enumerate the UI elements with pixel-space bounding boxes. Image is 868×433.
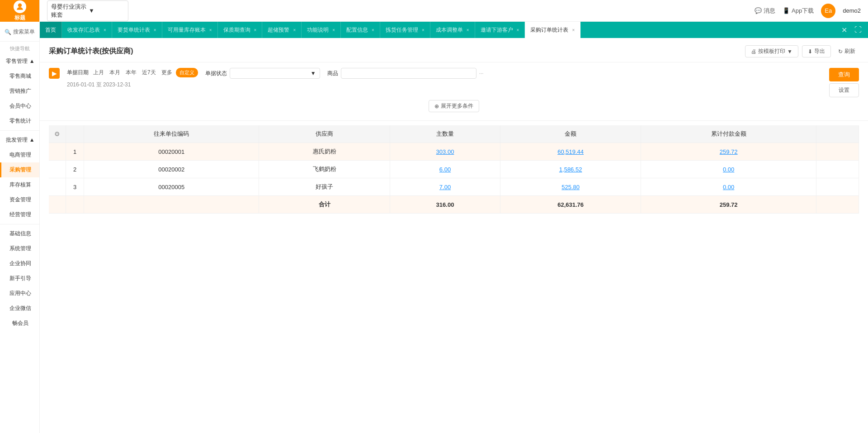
tab-cost-adjust-close[interactable]: × — [467, 28, 469, 33]
sidebar-item-batch[interactable]: 批发管理 ▲ — [0, 133, 39, 148]
date-btn-last-month[interactable]: 上月 — [91, 68, 106, 77]
tab-pick-task-label: 拣货任务管理 — [386, 26, 418, 34]
username-label[interactable]: demo2 — [843, 7, 861, 14]
date-btn-this-month[interactable]: 本月 — [108, 68, 122, 77]
filter-actions: 查询 设置 — [829, 68, 859, 97]
tab-config-info[interactable]: 配置信息 × — [341, 22, 380, 38]
tfoot-empty-2 — [66, 196, 84, 214]
refresh-button[interactable]: ↻ 刷新 — [835, 46, 859, 57]
tabs-close-all-button[interactable]: ✕ — [839, 25, 850, 35]
message-icon: 💬 — [755, 7, 762, 14]
filter-toggle-button[interactable]: ▶ — [49, 68, 60, 79]
table-row[interactable]: 3 00020005 好孩子 7.00 525.80 0.00 — [49, 178, 859, 196]
search-section: 🔍 搜索菜单 — [0, 22, 39, 42]
cell-code: 00020001 — [84, 143, 259, 161]
cell-paid[interactable]: 259.72 — [641, 143, 816, 161]
tab-invite-downstream-close[interactable]: × — [517, 28, 519, 33]
app-download-button[interactable]: 📱 App下载 — [783, 7, 814, 15]
cell-quantity[interactable]: 6.00 — [390, 161, 500, 178]
tab-home[interactable]: 首页 — [40, 22, 62, 38]
tab-function-desc[interactable]: 功能说明 × — [302, 22, 341, 38]
date-btn-7days[interactable]: 近7天 — [140, 68, 158, 77]
workspace-selector[interactable]: 母婴行业演示账套 ▼ — [47, 0, 128, 21]
cell-quantity[interactable]: 303.00 — [390, 143, 500, 161]
sidebar-item-enterprise-wechat[interactable]: 企业微信 — [0, 301, 39, 316]
tab-shelf-life[interactable]: 保质期查询 × — [218, 22, 263, 38]
tab-purchase-summary[interactable]: 采购订单统计表 × — [525, 22, 580, 38]
tab-available-stock-label: 可用量库存账本 — [168, 26, 206, 34]
search-menu-button[interactable]: 🔍 搜索菜单 — [4, 26, 36, 38]
sidebar-item-member-card-label: 畅会员 — [12, 320, 28, 326]
tab-pick-task[interactable]: 拣货任务管理 × — [380, 22, 430, 38]
tab-overstock-close[interactable]: × — [293, 28, 296, 33]
cell-paid[interactable]: 0.00 — [641, 161, 816, 178]
cell-quantity[interactable]: 7.00 — [390, 178, 500, 196]
tab-invite-downstream[interactable]: 邀请下游客户 × — [475, 22, 525, 38]
cell-amount[interactable]: 60,519.44 — [500, 143, 641, 161]
sidebar-item-retail-mall[interactable]: 零售商城 — [0, 69, 39, 84]
tab-cost-adjust[interactable]: 成本调整单 × — [430, 22, 475, 38]
tab-available-stock-close[interactable]: × — [209, 28, 212, 33]
cell-amount[interactable]: 525.80 — [500, 178, 641, 196]
app-logo[interactable]: 标题 — [0, 0, 39, 22]
tabs-maximize-button[interactable]: ⛶ — [852, 25, 864, 35]
sidebar-item-operation[interactable]: 经营管理 — [0, 207, 39, 222]
column-settings-button[interactable]: ⚙ — [54, 130, 60, 138]
cell-amount[interactable]: 1,586.52 — [500, 161, 641, 178]
tab-purchase-summary-close[interactable]: × — [572, 28, 575, 33]
date-custom-button[interactable]: 自定义 — [176, 68, 198, 77]
message-button[interactable]: 💬 消息 — [755, 7, 775, 15]
sidebar-item-enterprise[interactable]: 企业协同 — [0, 256, 39, 271]
tab-receive-summary-close[interactable]: × — [104, 28, 106, 33]
sidebar-item-ecommerce[interactable]: 电商管理 — [0, 148, 39, 162]
sidebar-item-member-card[interactable]: 畅会员 — [0, 316, 39, 331]
sidebar-item-basic[interactable]: 基础信息 — [0, 226, 39, 241]
table-row[interactable]: 1 00020001 惠氏奶粉 303.00 60,519.44 259.72 — [49, 143, 859, 161]
sidebar-item-member[interactable]: 会员中心 — [0, 99, 39, 114]
export-button[interactable]: ⬇ 导出 — [802, 45, 831, 57]
tab-function-desc-close[interactable]: × — [332, 28, 335, 33]
expand-more-button[interactable]: ⊕ 展开更多条件 — [429, 100, 479, 112]
settings-button[interactable]: 设置 — [829, 83, 859, 97]
user-avatar[interactable]: Ea — [821, 4, 835, 18]
tab-purchase-summary-label: 采购订单统计表 — [530, 26, 568, 34]
tab-config-info-close[interactable]: × — [372, 28, 374, 33]
tab-receive-summary[interactable]: 收发存汇总表 × — [62, 22, 112, 38]
sidebar-item-retail[interactable]: 零售管理 ▲ — [0, 54, 39, 69]
tfoot-quantity: 316.00 — [390, 196, 500, 214]
status-filter-item: 单据状态 ▼ — [205, 68, 320, 79]
query-button[interactable]: 查询 — [829, 68, 859, 81]
tab-shelf-life-close[interactable]: × — [254, 28, 257, 33]
print-icon: 🖨 — [751, 48, 756, 55]
tab-requisition-summary[interactable]: 要货单统计表 × — [112, 22, 162, 38]
print-button[interactable]: 🖨 按模板打印 ▼ — [745, 45, 798, 57]
message-label: 消息 — [764, 7, 775, 15]
sidebar-item-system[interactable]: 系统管理 — [0, 241, 39, 256]
cell-supplier: 好孩子 — [259, 178, 390, 196]
expand-more-label: 展开更多条件 — [441, 102, 473, 110]
sidebar-item-marketing[interactable]: 营销推广 — [0, 84, 39, 99]
sidebar-item-newbie[interactable]: 新手引导 — [0, 271, 39, 286]
sidebar-item-inventory[interactable]: 库存核算 — [0, 177, 39, 192]
tfoot-empty-3 — [84, 196, 259, 214]
table-area: ⚙ 往来单位编码 供应商 主数量 金额 累计付款金额 — [40, 125, 868, 223]
cell-paid[interactable]: 0.00 — [641, 178, 816, 196]
goods-input[interactable] — [341, 68, 476, 79]
topbar: 母婴行业演示账套 ▼ 💬 消息 📱 App下载 Ea demo2 — [40, 0, 868, 22]
sidebar-item-retail-stats[interactable]: 零售统计 — [0, 114, 39, 128]
status-select[interactable]: ▼ — [230, 68, 320, 79]
tab-requisition-close[interactable]: × — [154, 28, 156, 33]
tab-pick-task-close[interactable]: × — [422, 28, 425, 33]
print-arrow-icon: ▼ — [787, 48, 793, 55]
date-shortcuts: 上月 本月 本年 近7天 更多 自定义 — [91, 68, 198, 77]
sidebar-item-capital[interactable]: 资金管理 — [0, 192, 39, 207]
sidebar-item-operation-label: 经营管理 — [9, 211, 31, 218]
date-btn-this-year[interactable]: 本年 — [124, 68, 138, 77]
sidebar-item-app-center[interactable]: 应用中心 — [0, 286, 39, 301]
tab-overstock[interactable]: 超储预警 × — [262, 22, 302, 38]
sidebar-item-purchase[interactable]: 采购管理 — [0, 162, 39, 177]
date-btn-more[interactable]: 更多 — [160, 68, 174, 77]
tab-available-stock[interactable]: 可用量库存账本 × — [162, 22, 218, 38]
cell-extra — [816, 161, 859, 178]
table-row[interactable]: 2 00020002 飞鹤奶粉 6.00 1,586.52 0.00 — [49, 161, 859, 178]
